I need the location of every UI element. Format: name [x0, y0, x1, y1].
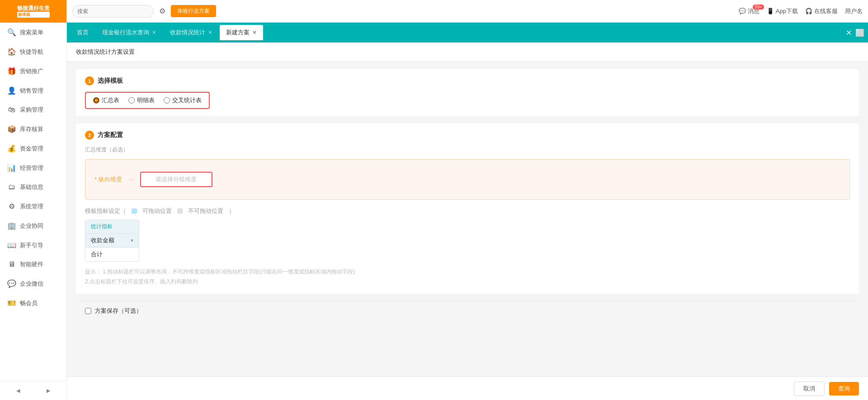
- sidebar-item-inventory[interactable]: 📦库存核算: [0, 119, 66, 139]
- download-btn[interactable]: 📱 App下载: [767, 7, 798, 15]
- indicator-row2: 合计: [85, 248, 139, 261]
- tab-home[interactable]: 首页: [71, 25, 95, 40]
- tip-1: 提示： 1.拖动标题栏可以调整布局，不可跨维度或指标区域拖动栏目字段(只能在同一…: [85, 267, 850, 277]
- step1-section: 1 选择模板 汇总表 明细表: [76, 69, 859, 116]
- sidebar-item-operation[interactable]: 📊经营管理: [0, 158, 66, 178]
- sidebar-footer-left[interactable]: ◀: [4, 385, 33, 396]
- query-button[interactable]: 查询: [829, 382, 859, 395]
- cancel-button[interactable]: 取消: [794, 381, 825, 396]
- radio-summary[interactable]: 汇总表: [93, 96, 119, 104]
- chat-label: 在线客服: [814, 7, 838, 15]
- radio-summary-input[interactable]: [93, 97, 99, 104]
- chat-btn[interactable]: 🎧 在线客服: [805, 7, 838, 15]
- tip-2: 2.点击标题栏下拉可设置排序、插入列和删除列: [85, 277, 850, 287]
- save-checkbox[interactable]: [85, 308, 91, 314]
- sidebar-item-label-wechat: 企业微信: [20, 280, 43, 288]
- sidebar-item-label-member: 畅会员: [20, 299, 38, 307]
- indicator-label-bar: 模板指标设定（ 可拖动位置 不可拖动位置 ）: [85, 207, 850, 215]
- sales-icon: 👤: [7, 86, 16, 95]
- sidebar-item-marketing[interactable]: 🎁营销推广: [0, 61, 66, 81]
- vertical-dim-label: * 纵向维度: [94, 175, 122, 184]
- dim-select-box[interactable]: 请选择分组维度: [140, 172, 212, 187]
- sidebar: 畅捷通好生意 标准版 🔍搜索菜单🏠快捷导航🎁营销推广👤销售管理🛍采购管理📦库存核…: [0, 0, 67, 400]
- sidebar-item-label-purchase: 采购管理: [20, 106, 43, 114]
- radio-detail-input[interactable]: [128, 97, 135, 104]
- sidebar-item-label-hardware: 智能硬件: [20, 260, 43, 268]
- page-body: 1 选择模板 汇总表 明细表: [67, 62, 868, 376]
- sidebar-footer-right[interactable]: ▶: [34, 385, 63, 396]
- dim-arrow: →: [127, 175, 135, 184]
- tab-cashflow[interactable]: 现金银行流水查询 ✕: [96, 25, 163, 40]
- sidebar-item-hardware[interactable]: 🖥智能硬件: [0, 255, 66, 274]
- sidebar-item-capital[interactable]: 💰资金管理: [0, 139, 66, 158]
- sidebar-item-sales[interactable]: 👤销售管理: [0, 81, 66, 100]
- tab-receipt[interactable]: 收款情况统计 ✕: [164, 25, 219, 40]
- tab-minimize-icon[interactable]: ✕: [846, 28, 852, 37]
- sidebar-item-label-basic: 基础信息: [20, 183, 43, 191]
- sidebar-item-member[interactable]: 🎫畅会员: [0, 293, 66, 313]
- radio-cross-input[interactable]: [164, 97, 170, 104]
- dimension-label-text: 汇总维度（必选）: [85, 146, 128, 153]
- sidebar-item-corp[interactable]: 🏢企业协同: [0, 216, 66, 235]
- sidebar-footer: ◀ ▶: [0, 381, 66, 400]
- sidebar-logo: 畅捷通好生意 标准版: [0, 0, 66, 23]
- sidebar-item-quicknav[interactable]: 🏠快捷导航: [0, 42, 66, 61]
- message-icon: 💬: [739, 8, 746, 14]
- sidebar-item-label-system: 系统管理: [20, 202, 43, 211]
- sidebar-item-label-guide: 新手引导: [20, 241, 43, 249]
- step2-number: 2: [85, 131, 94, 140]
- sidebar-item-label-quicknav: 快捷导航: [20, 48, 43, 56]
- radio-detail[interactable]: 明细表: [128, 96, 155, 104]
- dimension-label: 汇总维度（必选）: [85, 146, 850, 154]
- indicator-row1-text: 收款金额: [91, 236, 114, 245]
- step2-header: 2 方案配置: [85, 131, 850, 140]
- basic-icon: 🗂: [7, 183, 16, 191]
- sidebar-item-label-operation: 经营管理: [20, 164, 43, 172]
- sidebar-item-wechat[interactable]: 💬企业微信: [0, 274, 66, 293]
- tab-home-label: 首页: [77, 28, 89, 37]
- dim-row: * 纵向维度 → 请选择分组维度: [94, 172, 212, 187]
- purchase-icon: 🛍: [7, 106, 16, 114]
- tab-newplan-label: 新建方案: [226, 28, 250, 37]
- sidebar-item-guide[interactable]: 📖新手引导: [0, 235, 66, 255]
- message-btn[interactable]: 💬 消息 99+: [739, 7, 760, 15]
- indicator-settings-label: 模板指标设定（: [85, 207, 126, 215]
- marketing-icon: 🎁: [7, 67, 16, 75]
- sidebar-item-label-marketing: 营销推广: [20, 67, 43, 75]
- search-input[interactable]: [72, 5, 154, 18]
- gear-icon[interactable]: ⚙: [159, 7, 165, 15]
- tab-controls: ✕ ⬜: [846, 28, 864, 37]
- quicknav-icon: 🏠: [7, 47, 16, 56]
- sidebar-item-label-sales: 销售管理: [20, 87, 43, 95]
- username: 用户名: [845, 7, 863, 15]
- sidebar-item-label-inventory: 库存核算: [20, 125, 43, 133]
- tab-newplan[interactable]: 新建方案 ✕: [220, 25, 263, 40]
- sidebar-item-label-search: 搜索菜单: [20, 28, 43, 37]
- tab-receipt-close[interactable]: ✕: [208, 29, 212, 36]
- message-count: 99+: [753, 5, 764, 9]
- indicator-row1[interactable]: 收款金额 ▾: [85, 234, 139, 248]
- sidebar-item-system[interactable]: ⚙系统管理: [0, 197, 66, 216]
- radio-summary-label: 汇总表: [102, 96, 119, 104]
- step1-title: 选择模板: [98, 77, 123, 85]
- tab-cashflow-close[interactable]: ✕: [152, 29, 156, 36]
- fixed-label: 不可拖动位置: [188, 207, 223, 215]
- sidebar-item-basic[interactable]: 🗂基础信息: [0, 178, 66, 197]
- industry-btn[interactable]: 体验行业方案: [171, 5, 216, 17]
- save-label: 方案保存（可选）: [95, 307, 142, 315]
- dimension-area: * 纵向维度 → 请选择分组维度: [85, 159, 850, 200]
- edition-badge: 标准版: [17, 12, 50, 18]
- step1-number: 1: [85, 76, 94, 85]
- sidebar-item-search[interactable]: 🔍搜索菜单: [0, 23, 66, 42]
- content-area: 收款情况统计方案设置 1 选择模板 汇总表: [67, 42, 868, 400]
- tab-newplan-close[interactable]: ✕: [252, 29, 257, 36]
- radio-detail-label: 明细表: [137, 96, 155, 104]
- operation-icon: 📊: [7, 164, 16, 172]
- tab-maximize-icon[interactable]: ⬜: [855, 28, 864, 37]
- download-icon: 📱: [767, 8, 774, 14]
- fixed-badge: [177, 208, 183, 214]
- sidebar-item-purchase[interactable]: 🛍采购管理: [0, 100, 66, 119]
- search-icon: 🔍: [7, 28, 16, 37]
- sidebar-item-label-capital: 资金管理: [20, 145, 43, 153]
- radio-cross[interactable]: 交叉统计表: [164, 96, 202, 104]
